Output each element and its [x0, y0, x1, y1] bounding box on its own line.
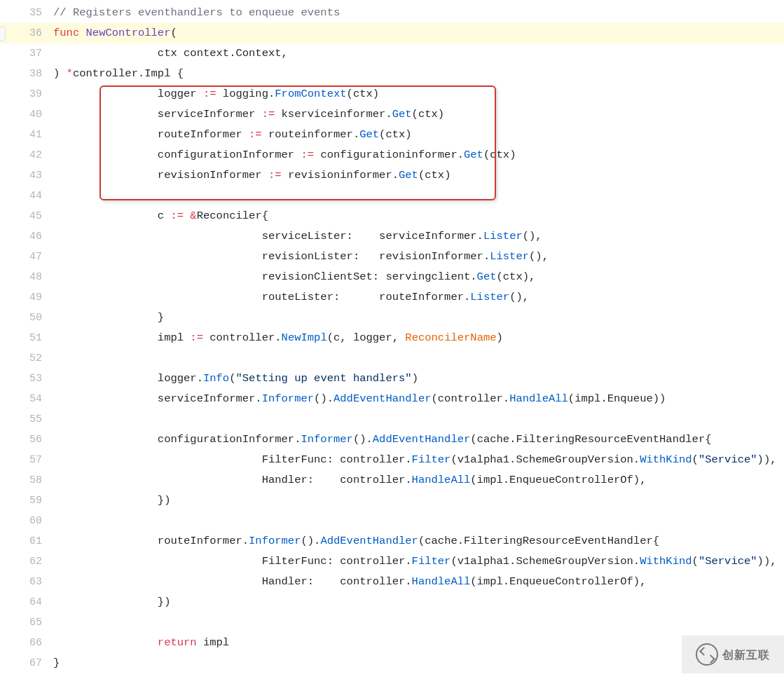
code-line[interactable]: 44	[0, 186, 784, 206]
line-number[interactable]: 49	[0, 287, 53, 308]
code-content[interactable]: FilterFunc: controller.Filter(v1alpha1.S…	[53, 551, 784, 572]
line-number[interactable]: 43	[0, 165, 53, 186]
code-content[interactable]	[53, 612, 784, 633]
code-line[interactable]: 57 FilterFunc: controller.Filter(v1alpha…	[0, 450, 784, 470]
code-line[interactable]: 51 impl := controller.NewImpl(c, logger,…	[0, 328, 784, 348]
code-content[interactable]: serviceLister: serviceInformer.Lister(),	[53, 226, 784, 247]
code-line[interactable]: 49 routeLister: routeInformer.Lister(),	[0, 287, 784, 308]
code-line[interactable]: 53 logger.Info("Setting up event handler…	[0, 369, 784, 389]
code-content[interactable]: routeLister: routeInformer.Lister(),	[53, 287, 784, 308]
line-number[interactable]: 41	[0, 125, 53, 145]
code-content[interactable]: return impl	[53, 633, 784, 653]
line-number[interactable]: 36	[0, 23, 53, 43]
line-number[interactable]: 62	[0, 551, 53, 572]
line-number[interactable]: 57	[0, 450, 53, 470]
line-number[interactable]: 51	[0, 328, 53, 348]
line-number[interactable]: 61	[0, 531, 53, 551]
line-number[interactable]: 35	[0, 3, 53, 23]
code-line[interactable]: 65	[0, 612, 784, 633]
code-content[interactable]: revisionLister: revisionInformer.Lister(…	[53, 247, 784, 267]
code-line[interactable]: 37 ctx context.Context,	[0, 43, 784, 64]
line-number[interactable]: 50	[0, 308, 53, 328]
code-line[interactable]: 45 c := &Reconciler{	[0, 206, 784, 226]
code-content[interactable]: }	[53, 653, 784, 673]
code-content[interactable]	[53, 511, 784, 531]
line-number[interactable]: 67	[0, 653, 53, 673]
expand-handle-icon[interactable]	[0, 27, 6, 41]
line-number[interactable]: 48	[0, 267, 53, 287]
code-line[interactable]: 67}	[0, 653, 784, 673]
line-number[interactable]: 66	[0, 633, 53, 653]
line-number[interactable]: 60	[0, 511, 53, 531]
code-line[interactable]: 66 return impl	[0, 633, 784, 653]
code-content[interactable]: ctx context.Context,	[53, 43, 784, 64]
line-number[interactable]: 64	[0, 592, 53, 612]
line-number[interactable]: 42	[0, 145, 53, 165]
line-number[interactable]: 59	[0, 490, 53, 511]
line-number[interactable]: 55	[0, 409, 53, 430]
code-content[interactable]: logger := logging.FromContext(ctx)	[53, 84, 784, 104]
line-number[interactable]: 52	[0, 348, 53, 369]
code-content[interactable]	[53, 348, 784, 369]
code-line[interactable]: 35// Registers eventhandlers to enqueue …	[0, 3, 784, 23]
code-content[interactable]: routeInformer := routeinformer.Get(ctx)	[53, 125, 784, 145]
code-content[interactable]: revisionInformer := revisioninformer.Get…	[53, 165, 784, 186]
code-line[interactable]: 50 }	[0, 308, 784, 328]
line-number[interactable]: 44	[0, 186, 53, 206]
line-number[interactable]: 38	[0, 64, 53, 84]
code-line[interactable]: 43 revisionInformer := revisioninformer.…	[0, 165, 784, 186]
code-content[interactable]: FilterFunc: controller.Filter(v1alpha1.S…	[53, 450, 784, 470]
code-content[interactable]: configurationInformer.Informer().AddEven…	[53, 430, 784, 450]
code-content[interactable]: serviceInformer := kserviceinformer.Get(…	[53, 104, 784, 125]
code-line[interactable]: 61 routeInformer.Informer().AddEventHand…	[0, 531, 784, 551]
code-line[interactable]: 42 configurationInformer := configuratio…	[0, 145, 784, 165]
line-number[interactable]: 37	[0, 43, 53, 64]
code-content[interactable]: // Registers eventhandlers to enqueue ev…	[53, 3, 784, 23]
code-content[interactable]	[53, 409, 784, 430]
line-number[interactable]: 47	[0, 247, 53, 267]
code-content[interactable]: Handler: controller.HandleAll(impl.Enque…	[53, 470, 784, 490]
line-number[interactable]: 53	[0, 369, 53, 389]
code-line[interactable]: 63 Handler: controller.HandleAll(impl.En…	[0, 572, 784, 592]
code-line[interactable]: 38) *controller.Impl {	[0, 64, 784, 84]
code-line[interactable]: 46 serviceLister: serviceInformer.Lister…	[0, 226, 784, 247]
code-line[interactable]: 64 })	[0, 592, 784, 612]
code-content[interactable]: serviceInformer.Informer().AddEventHandl…	[53, 389, 784, 409]
code-line[interactable]: 48 revisionClientSet: servingclient.Get(…	[0, 267, 784, 287]
code-line[interactable]: 56 configurationInformer.Informer().AddE…	[0, 430, 784, 450]
line-number[interactable]: 58	[0, 470, 53, 490]
line-number[interactable]: 65	[0, 612, 53, 633]
code-content[interactable]: revisionClientSet: servingclient.Get(ctx…	[53, 267, 784, 287]
code-content[interactable]: impl := controller.NewImpl(c, logger, Re…	[53, 328, 784, 348]
line-number[interactable]: 40	[0, 104, 53, 125]
code-content[interactable]: c := &Reconciler{	[53, 206, 784, 226]
code-line[interactable]: 47 revisionLister: revisionInformer.List…	[0, 247, 784, 267]
line-number[interactable]: 56	[0, 430, 53, 450]
code-line[interactable]: 40 serviceInformer := kserviceinformer.G…	[0, 104, 784, 125]
code-content[interactable]: Handler: controller.HandleAll(impl.Enque…	[53, 572, 784, 592]
code-content[interactable]: ) *controller.Impl {	[53, 64, 784, 84]
code-line[interactable]: 54 serviceInformer.Informer().AddEventHa…	[0, 389, 784, 409]
code-line[interactable]: 39 logger := logging.FromContext(ctx)	[0, 84, 784, 104]
code-line[interactable]: 59 })	[0, 490, 784, 511]
code-line[interactable]: 41 routeInformer := routeinformer.Get(ct…	[0, 125, 784, 145]
code-content[interactable]: routeInformer.Informer().AddEventHandler…	[53, 531, 784, 551]
code-line[interactable]: 58 Handler: controller.HandleAll(impl.En…	[0, 470, 784, 490]
code-content[interactable]: })	[53, 592, 784, 612]
line-number[interactable]: 46	[0, 226, 53, 247]
code-line[interactable]: 36func NewController(	[0, 23, 784, 43]
line-number[interactable]: 45	[0, 206, 53, 226]
code-line[interactable]: 62 FilterFunc: controller.Filter(v1alpha…	[0, 551, 784, 572]
line-number[interactable]: 63	[0, 572, 53, 592]
code-line[interactable]: 60	[0, 511, 784, 531]
code-line[interactable]: 52	[0, 348, 784, 369]
line-number[interactable]: 54	[0, 389, 53, 409]
code-line[interactable]: 55	[0, 409, 784, 430]
code-content[interactable]: logger.Info("Setting up event handlers")	[53, 369, 784, 389]
code-content[interactable]: }	[53, 308, 784, 328]
code-content[interactable]	[53, 186, 784, 206]
code-content[interactable]: })	[53, 490, 784, 511]
code-content[interactable]: func NewController(	[53, 23, 784, 43]
code-content[interactable]: configurationInformer := configurationin…	[53, 145, 784, 165]
line-number[interactable]: 39	[0, 84, 53, 104]
